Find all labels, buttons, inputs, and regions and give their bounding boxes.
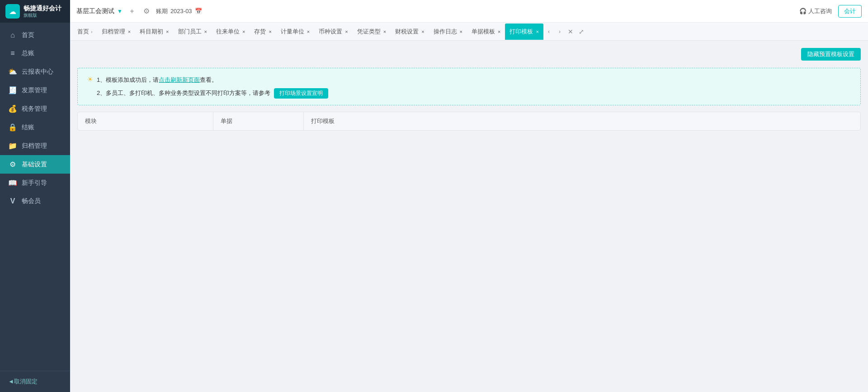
tab-operation-log-close[interactable]: × <box>460 29 462 34</box>
notice-box: ☀ 1、模板添加成功后，请点击刷新新页面查看。 ☀ 2、多员工、多打印机、多种业… <box>77 68 861 105</box>
notice-line1-suffix: 查看。 <box>200 76 217 83</box>
tax-icon: 💰 <box>8 104 17 113</box>
tab-home-label: 首页 <box>77 28 89 36</box>
tab-partner-close[interactable]: × <box>242 29 245 34</box>
tabbar: 首页 › 归档管理 × 科目期初 × 部门员工 × 往来单位 × 存货 × 计量… <box>70 23 868 41</box>
sidebar-item-invoice[interactable]: 🧾 发票管理 <box>0 81 70 99</box>
tab-archive-close[interactable]: × <box>128 29 131 34</box>
hide-btn-row: 隐藏预置模板设置 <box>77 48 861 64</box>
sidebar-item-closing[interactable]: 🔒 结账 <box>0 118 70 137</box>
sidebar-item-label: 税务管理 <box>22 105 47 113</box>
guide-icon: 📖 <box>8 179 17 187</box>
vip-icon: V <box>8 197 17 205</box>
sidebar-item-vip[interactable]: V 畅会员 <box>0 192 70 210</box>
reports-icon: ⛅ <box>8 67 17 76</box>
tab-unit[interactable]: 计量单位 × <box>276 24 314 40</box>
sidebar-item-label: 基础设置 <box>22 161 47 169</box>
notice-line2-prefix: 2、多员工、多打印机、多种业务类型设置不同打印方案等，请参考 <box>97 90 270 96</box>
tab-subject-label: 科目期初 <box>140 28 163 36</box>
plus-icon: + <box>130 7 134 15</box>
account-button[interactable]: 会计 <box>838 5 862 18</box>
sidebar-item-label: 畅会员 <box>22 197 41 205</box>
tab-partner-label: 往来单位 <box>216 28 240 36</box>
company-selector[interactable]: 基层工会测试 ▼ <box>76 7 123 15</box>
sidebar: ☁ 畅捷通好会计 旗舰版 ⌂ 首页 ≡ 总账 ⛅ 云报表中心 🧾 发票管理 💰 … <box>0 0 70 392</box>
tab-tax-setting[interactable]: 财税设置 × <box>391 24 429 40</box>
sidebar-item-reports[interactable]: ⛅ 云报表中心 <box>0 62 70 81</box>
service-label: 人工咨询 <box>808 7 832 15</box>
sidebar-item-label: 云报表中心 <box>22 68 53 76</box>
gear-icon: ⚙ <box>143 7 150 15</box>
sidebar-item-label: 新手引导 <box>22 179 47 187</box>
tab-currency[interactable]: 币种设置 × <box>314 24 352 40</box>
sidebar-item-home[interactable]: ⌂ 首页 <box>0 26 70 44</box>
sidebar-item-label: 发票管理 <box>22 86 47 94</box>
home-icon: ⌂ <box>8 31 17 39</box>
period-display: 账期 2023-03 📅 <box>156 7 202 15</box>
main-area: 基层工会测试 ▼ + ⚙ 账期 2023-03 📅 🎧 人工咨询 会计 首页 › <box>70 0 868 392</box>
tab-subject[interactable]: 科目期初 × <box>135 24 173 40</box>
tab-dept-close[interactable]: × <box>204 29 207 34</box>
add-tab-button[interactable]: + <box>127 6 137 16</box>
notice-line1-prefix: 1、模板添加成功后，请 <box>97 76 159 83</box>
calendar-icon[interactable]: 📅 <box>195 8 202 14</box>
tab-currency-label: 币种设置 <box>319 28 342 36</box>
tab-unit-label: 计量单位 <box>281 28 304 36</box>
invoice-icon: 🧾 <box>8 86 17 94</box>
tab-operation-log[interactable]: 操作日志 × <box>429 24 467 40</box>
sidebar-item-archive[interactable]: 📁 归档管理 <box>0 137 70 155</box>
tab-subject-close[interactable]: × <box>166 29 169 34</box>
period-label: 账期 <box>156 7 168 15</box>
tab-operation-log-label: 操作日志 <box>434 28 457 36</box>
tab-voucher-type[interactable]: 凭证类型 × <box>353 24 391 40</box>
tab-tax-setting-close[interactable]: × <box>421 29 424 34</box>
sidebar-item-guide[interactable]: 📖 新手引导 <box>0 174 70 192</box>
topbar-right: 🎧 人工咨询 会计 <box>799 5 862 18</box>
sidebar-nav: ⌂ 首页 ≡ 总账 ⛅ 云报表中心 🧾 发票管理 💰 税务管理 🔒 结账 📁 归… <box>0 23 70 371</box>
tab-prev-button[interactable]: ‹ <box>543 24 554 40</box>
topbar-settings-button[interactable]: ⚙ <box>142 6 151 16</box>
tab-inventory[interactable]: 存货 × <box>250 24 276 40</box>
sidebar-item-label: 归档管理 <box>22 142 47 150</box>
archive-icon: 📁 <box>8 142 17 150</box>
notice-row-2: ☀ 2、多员工、多打印机、多种业务类型设置不同打印方案等，请参考 打印场景设置宣… <box>87 88 851 99</box>
tab-next-button[interactable]: › <box>554 24 565 40</box>
tab-close-all-button[interactable]: ✕ <box>565 24 576 40</box>
print-scene-button[interactable]: 打印场景设置宣明 <box>274 88 328 99</box>
settings-icon: ⚙ <box>8 160 17 169</box>
col-header-module: 模块 <box>78 112 213 130</box>
tab-voucher-type-label: 凭证类型 <box>357 28 381 36</box>
tab-single-template[interactable]: 单据模板 × <box>467 24 505 40</box>
notice-refresh-link[interactable]: 点击刷新新页面 <box>159 76 200 83</box>
tab-single-template-close[interactable]: × <box>498 29 500 34</box>
tab-voucher-type-close[interactable]: × <box>383 29 386 34</box>
sidebar-item-settings[interactable]: ⚙ 基础设置 <box>0 155 70 174</box>
sidebar-item-label: 结账 <box>22 123 34 132</box>
service-button[interactable]: 🎧 人工咨询 <box>799 7 832 15</box>
tab-unit-close[interactable]: × <box>307 29 310 34</box>
tab-inventory-label: 存货 <box>254 28 266 36</box>
hide-template-button[interactable]: 隐藏预置模板设置 <box>801 48 861 61</box>
tab-inventory-close[interactable]: × <box>269 29 271 34</box>
sidebar-item-tax[interactable]: 💰 税务管理 <box>0 99 70 118</box>
tab-print-template-label: 打印模板 <box>509 28 533 36</box>
app-sub: 旗舰版 <box>24 12 61 19</box>
tab-archive[interactable]: 归档管理 × <box>97 24 135 40</box>
notice-text-2: 2、多员工、多打印机、多种业务类型设置不同打印方案等，请参考 打印场景设置宣明 <box>97 88 330 99</box>
closing-icon: 🔒 <box>8 123 17 132</box>
tab-expand-button[interactable]: ⤢ <box>576 24 587 40</box>
tab-print-template-close[interactable]: × <box>536 29 538 34</box>
tab-home[interactable]: 首页 › <box>73 24 97 40</box>
notice-text-1: 1、模板添加成功后，请点击刷新新页面查看。 <box>97 75 217 85</box>
tab-print-template[interactable]: 打印模板 × <box>505 24 543 40</box>
ledger-icon: ≡ <box>8 49 17 57</box>
col-header-order: 单据 <box>213 112 304 130</box>
tab-archive-label: 归档管理 <box>102 28 125 36</box>
sidebar-item-ledger[interactable]: ≡ 总账 <box>0 44 70 62</box>
tab-tax-setting-label: 财税设置 <box>395 28 419 36</box>
col-header-template: 打印模板 <box>304 112 860 130</box>
tab-partner[interactable]: 往来单位 × <box>212 24 250 40</box>
tab-currency-close[interactable]: × <box>345 29 348 34</box>
sidebar-footer-unpin[interactable]: ◄取消固定 <box>0 371 70 392</box>
tab-dept[interactable]: 部门员工 × <box>174 24 212 40</box>
